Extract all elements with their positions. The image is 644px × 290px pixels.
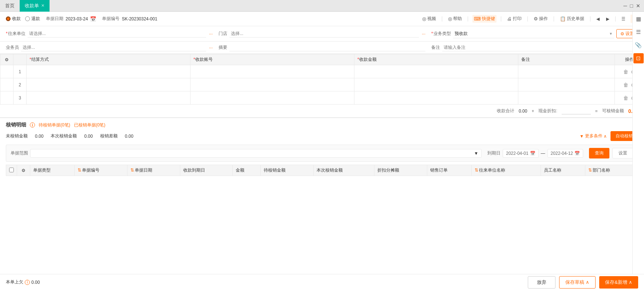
keyboard-icon: ⌨ xyxy=(474,16,481,21)
shop-input[interactable] xyxy=(229,30,419,38)
doc-range-field: 单据范围 ▼ xyxy=(11,149,482,158)
refund-radio[interactable]: 退款 xyxy=(25,16,40,22)
date-icon[interactable]: 📅 xyxy=(90,16,96,22)
checkbox-header[interactable] xyxy=(6,165,17,176)
amount-cell-3[interactable] xyxy=(354,91,518,105)
doc-num-field: 单据编号 SK-20230324-001 xyxy=(102,16,157,22)
form-fields-row1: *往来单位 ··· 门店 ··· *业务类型 预收款 ▼ ⚙ 设置 xyxy=(0,26,644,42)
filter-icon: ▼ xyxy=(580,134,584,139)
list-view-btn[interactable]: ☰ xyxy=(620,16,627,22)
note-field: 备注 xyxy=(431,44,638,51)
bottom-gear-header[interactable]: ⚙ xyxy=(17,165,30,176)
delete-row-2-btn[interactable]: 🗑 xyxy=(623,82,628,88)
tab-home[interactable]: 首页 xyxy=(0,0,20,12)
tab-close-receipt[interactable]: ✕ xyxy=(41,3,44,8)
divider3 xyxy=(501,16,501,21)
dept-header: ⇅部门名称 xyxy=(585,165,638,176)
sidebar-clip-icon[interactable]: 📎 xyxy=(633,40,644,50)
discount-input[interactable] xyxy=(562,107,591,114)
salesperson-field: 业务员 ··· xyxy=(6,44,213,51)
this-check-label: 本次核销金额 xyxy=(51,133,77,139)
table-row: 3 🗑 ⊕ xyxy=(0,91,644,105)
note-cell-2[interactable] xyxy=(518,78,615,91)
table-gear-header[interactable]: ⚙ xyxy=(0,54,13,65)
divider6 xyxy=(590,16,590,21)
date-to-input[interactable]: 2022-04-12 📅 xyxy=(547,149,583,158)
bill-info-icon[interactable]: i xyxy=(25,280,30,285)
amount-header-b: 金额 xyxy=(233,165,261,176)
table-rownum-header xyxy=(13,54,27,65)
account-cell-2[interactable] xyxy=(191,78,354,91)
settlement-cell-2[interactable] xyxy=(27,78,191,91)
date-from-input[interactable]: 2022-04-01 📅 xyxy=(503,149,538,158)
partner-input[interactable] xyxy=(28,30,206,38)
operations-btn[interactable]: ⚙ 操作 xyxy=(532,15,549,23)
more-conditions-btn[interactable]: ▼ 更多条件 ∧ xyxy=(580,133,607,139)
nav-left-btn[interactable]: ◀ xyxy=(595,16,601,22)
salesperson-input[interactable] xyxy=(21,44,206,51)
settlement-cell-3[interactable] xyxy=(27,91,191,105)
tab-receipt[interactable]: 收款单 ✕ xyxy=(20,0,50,12)
note-header: 备注 xyxy=(518,54,615,65)
note-cell-3[interactable] xyxy=(518,91,615,105)
filter-setting-btn[interactable]: 设置 xyxy=(612,148,633,158)
amount-cell-2[interactable] xyxy=(354,78,518,91)
business-type-field: *业务类型 预收款 ▼ ⚙ 设置 xyxy=(431,29,638,38)
minimize-btn[interactable]: ─ xyxy=(624,3,627,9)
shop-field: 门店 ··· xyxy=(219,30,425,38)
payment-table: ⚙ *结算方式 *收款账号 *收款金额 备注 操作 1 xyxy=(0,54,644,105)
receipt-radio[interactable]: 收款 xyxy=(6,16,21,22)
footer-bill-info: 本单上欠 i 0.00 xyxy=(6,279,40,285)
bottom-table-section: ⚙ 单据类型 ⇅单据编号 ⇅单据日期 收款到期日 金额 待核销金额 本次核销金额… xyxy=(6,165,638,176)
tab-bar: 首页 收款单 ✕ ─ □ ✕ xyxy=(0,0,644,12)
sidebar-table-icon[interactable]: ▦ xyxy=(633,14,644,24)
maximize-btn[interactable]: □ xyxy=(630,3,633,9)
settlement-cell-1[interactable] xyxy=(27,65,191,78)
operations-icon: ⚙ xyxy=(534,16,538,21)
note-cell-1[interactable] xyxy=(518,65,615,78)
summary-input[interactable] xyxy=(229,44,425,51)
save-draft-arrow[interactable]: ∧ xyxy=(586,279,589,285)
verify-info-icon[interactable]: i xyxy=(30,122,35,128)
save-new-arrow[interactable]: ∧ xyxy=(629,279,632,285)
settlement-header: *结算方式 xyxy=(27,54,191,65)
close-btn[interactable]: ✕ xyxy=(636,3,640,9)
payment-table-section: ⚙ *结算方式 *收款账号 *收款金额 备注 操作 1 xyxy=(0,54,644,118)
sidebar-scan-icon[interactable]: ⊡ xyxy=(633,53,644,63)
employee-header: 员工名称 xyxy=(541,165,585,176)
partner-more-btn[interactable]: ··· xyxy=(209,31,213,36)
account-cell-1[interactable] xyxy=(191,65,354,78)
unchecked-amount-label: 未核销金额 xyxy=(6,133,28,139)
pending-tab[interactable]: 待核销单据(0笔) xyxy=(39,122,70,128)
account-cell-3[interactable] xyxy=(191,91,354,105)
verification-table: ⚙ 单据类型 ⇅单据编号 ⇅单据日期 收款到期日 金额 待核销金额 本次核销金额… xyxy=(6,165,638,176)
receipt-refund-toggle: 收款 退款 xyxy=(6,16,40,22)
verification-section: 核销明细 i 待核销单据(0笔) 已核销单据(0笔) 未核销金额 0.00 本次… xyxy=(0,118,644,290)
right-sidebar: ▦ ☰ 📎 ⊡ xyxy=(632,12,644,290)
sidebar-list-icon[interactable]: ☰ xyxy=(633,27,644,37)
delete-row-3-btn[interactable]: 🗑 xyxy=(623,95,628,101)
shortcut-btn[interactable]: ⌨ 快捷键 xyxy=(472,15,496,23)
business-type-select[interactable]: 预收款 ▼ xyxy=(453,30,614,38)
amount-header: *收款金额 xyxy=(354,54,518,65)
amount-cell-1[interactable] xyxy=(354,65,518,78)
query-btn[interactable]: 查询 xyxy=(589,148,609,158)
calendar-from-icon: 📅 xyxy=(530,151,535,156)
completed-tab[interactable]: 已核销单据(0笔) xyxy=(74,122,106,128)
save-new-btn[interactable]: 保存&新增 ∧ xyxy=(599,276,638,289)
nav-right-btn[interactable]: ▶ xyxy=(605,16,611,22)
shop-more-btn[interactable]: ··· xyxy=(422,31,425,36)
salesperson-more-btn[interactable]: ··· xyxy=(209,45,213,50)
history-btn[interactable]: 📋 历史单据 xyxy=(558,15,586,23)
select-all-checkbox[interactable] xyxy=(9,168,14,172)
note-input[interactable] xyxy=(442,44,638,51)
video-btn[interactable]: ◎ 视频 xyxy=(421,15,437,23)
delete-row-1-btn[interactable]: 🗑 xyxy=(623,69,628,75)
verify-stats-right: ▼ 更多条件 ∧ 自动核销 xyxy=(580,131,638,141)
help-btn[interactable]: ◎ 帮助 xyxy=(447,15,463,23)
save-draft-btn[interactable]: 保存草稿 ∧ xyxy=(559,276,596,289)
doc-range-select[interactable]: ▼ xyxy=(30,149,482,158)
window-controls: ─ □ ✕ xyxy=(624,3,644,9)
print-btn[interactable]: 🖨 打印 xyxy=(506,15,523,23)
abandon-btn[interactable]: 放弃 xyxy=(528,276,555,289)
